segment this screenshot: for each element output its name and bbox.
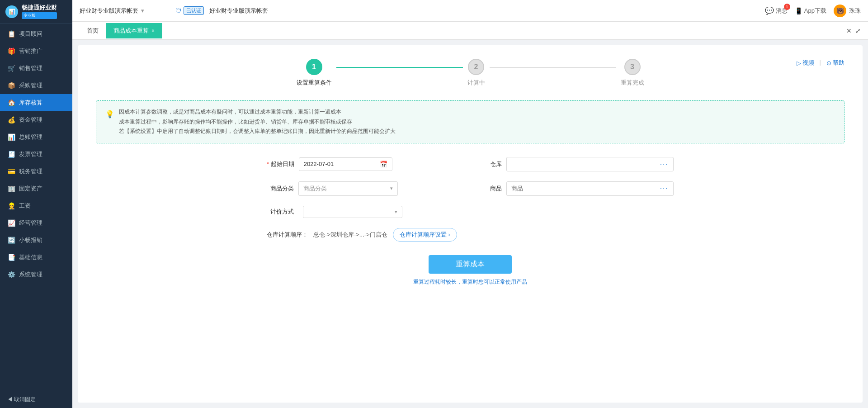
recalc-btn-label: 重算成本 [456,260,485,268]
sidebar-item-accounting[interactable]: 📊 总账管理 [0,128,72,146]
form-row-1: 起始日期 📅 仓库 ··· [267,157,674,171]
help-links: ▷ 视频 | ⊙ 帮助 [797,59,844,67]
video-link[interactable]: ▷ 视频 [797,59,814,67]
system-icon: ⚙️ [7,270,15,279]
start-date-input-wrapper[interactable]: 📅 [299,157,392,171]
sidebar-item-invoice[interactable]: 🧾 发票管理 [0,146,72,163]
warehouse-input[interactable] [511,161,660,167]
unpin-button[interactable]: ◀ 取消固定 [0,391,72,408]
marketing-icon: 🎁 [7,47,15,55]
tab-home-label: 首页 [87,27,99,34]
sidebar-item-basic[interactable]: 📑 基础信息 [0,249,72,266]
logo-title: 畅捷通好业财 [22,4,57,12]
action-section: 重算成本 重算过程耗时较长，重算时您可以正常使用产品 [267,255,674,286]
tab-home[interactable]: 首页 [80,23,106,38]
tab-cost-recalc-label: 商品成本重算 [113,27,149,35]
play-icon: ▷ [797,60,801,66]
user-profile[interactable]: 🐻 珠珠 [834,5,861,17]
start-date-field: 起始日期 📅 [267,157,466,171]
unpin-label: ◀ 取消固定 [7,396,36,403]
sidebar-item-operations[interactable]: 📈 经营管理 [0,214,72,232]
category-label: 商品分类 [267,185,294,193]
tab-close-icon[interactable]: × [151,28,155,34]
pricing-chevron-icon: ▾ [395,209,397,215]
sidebar-item-finance[interactable]: 💰 资金管理 [0,111,72,128]
help-label: 帮助 [833,59,844,67]
account-selector[interactable]: 好业财专业版演示帐套 ▾ [80,7,170,15]
phone-icon: 📱 [795,7,802,14]
sidebar-item-inventory[interactable]: 🏠 库存核算 [0,94,72,111]
sidebar-item-label: 工资 [19,202,31,210]
info-line-3: 若【系统设置】中启用了自动调整记账日期时，会调整入库单的整单记账日期，因此重新计… [119,127,396,137]
sidebar-item-label: 营销推广 [19,47,42,55]
app-logo: 📊 畅捷通好业财 专业版 [0,0,72,24]
maximize-window-icon[interactable]: ⤢ [855,27,861,34]
step-2-circle: 2 [468,59,484,75]
message-button[interactable]: 💬 消息 1 [765,6,788,15]
inventory-icon: 🏠 [7,99,15,107]
product-label: 商品 [475,185,502,193]
sidebar-item-purchase[interactable]: 📦 采购管理 [0,77,72,94]
app-download-button[interactable]: 📱 App下载 [795,7,826,15]
project-icon: 📋 [7,30,15,38]
step-line-2-3 [490,67,616,68]
info-line-1: 因成本计算参数调整，或是对商品成本有疑问时，可以通过成本重算功能，重新计算一遍成… [119,107,396,117]
product-input-wrapper[interactable]: ··· [506,181,674,196]
topbar-right: 💬 消息 1 📱 App下载 🐻 珠珠 [765,5,861,17]
tab-cost-recalc[interactable]: 商品成本重算 × [106,23,162,38]
sidebar-item-label: 经营管理 [19,219,42,227]
step-3: 3 重算完成 [621,59,644,87]
dropdown-chevron-icon: ▾ [141,7,144,14]
sidebar-item-project[interactable]: 📋 项目顾问 [0,25,72,43]
warehouse-field: 仓库 ··· [475,157,674,171]
sidebar-item-sales[interactable]: 🛒 销售管理 [0,60,72,77]
calendar-icon[interactable]: 📅 [380,161,387,168]
step-1-label: 设置重算条件 [297,79,332,87]
warehouse-more-icon[interactable]: ··· [660,160,669,168]
account-name: 好业财专业版演示帐套 [80,7,138,15]
warehouse-input-wrapper[interactable]: ··· [506,157,674,171]
sidebar-item-tax[interactable]: 💳 税务管理 [0,163,72,180]
notification-badge: 1 [784,4,790,10]
sidebar-item-label: 基础信息 [19,253,42,261]
verified-label: 已认证 [184,6,204,15]
warehouse-order-row: 仓库计算顺序： 总仓->深圳仓库->...->门店仓 仓库计算顺序设置 › [267,228,674,242]
product-input[interactable] [511,185,660,192]
warehouse-order-label: 仓库计算顺序： [267,231,308,239]
step-1-circle: 1 [306,59,322,75]
company-name: 好业财专业版演示帐套 [209,7,268,15]
chevron-down-icon: ▾ [390,185,393,191]
step-line-1-2 [336,67,463,68]
category-select[interactable]: 商品分类 ▾ [298,181,398,196]
warehouse-label: 仓库 [475,160,502,168]
info-box: 💡 因成本计算参数调整，或是对商品成本有疑问时，可以通过成本重算功能，重新计算一… [96,100,844,143]
recalc-button[interactable]: 重算成本 [429,255,512,274]
sidebar-nav: 📋 项目顾问 🎁 营销推广 🛒 销售管理 📦 采购管理 🏠 库存核算 💰 资金管… [0,24,72,391]
help-link[interactable]: ⊙ 帮助 [826,59,844,67]
sidebar-item-system[interactable]: ⚙️ 系统管理 [0,266,72,283]
pricing-select[interactable]: ▾ [303,206,402,218]
user-avatar: 🐻 [834,5,846,17]
sidebar-item-marketing[interactable]: 🎁 营销推广 [0,43,72,60]
topbar: 好业财专业版演示帐套 ▾ 🛡 已认证 好业财专业版演示帐套 💬 消息 1 📱 A… [72,0,868,22]
product-more-icon[interactable]: ··· [660,185,669,193]
form-row-pricing: 计价方式 ▾ [267,206,674,218]
sidebar-item-label: 总账管理 [19,133,42,141]
sidebar-item-label: 资金管理 [19,116,42,124]
pricing-label: 计价方式 [267,208,294,216]
sidebar-item-salary[interactable]: 👷 工资 [0,197,72,214]
category-field: 商品分类 商品分类 ▾ [267,181,466,196]
start-date-input[interactable] [304,161,380,167]
step-3-label: 重算完成 [621,79,644,87]
warehouse-order-btn-label: 仓库计算顺序设置 › [400,231,450,239]
message-icon: 💬 [765,6,774,15]
sidebar-item-assets[interactable]: 🏢 固定资产 [0,180,72,197]
warehouse-order-settings-button[interactable]: 仓库计算顺序设置 › [393,228,457,242]
sales-icon: 🛒 [7,64,15,72]
close-window-icon[interactable]: ✕ [846,27,852,34]
step-2-label: 计算中 [467,79,485,87]
page-content: 1 设置重算条件 2 计算中 3 重算完成 ▷ 视 [78,45,863,403]
sidebar-item-expense[interactable]: 🔄 小畅报销 [0,232,72,249]
tab-bar: 首页 商品成本重算 × ✕ ⤢ [72,22,868,40]
help-circle-icon: ⊙ [826,60,831,66]
